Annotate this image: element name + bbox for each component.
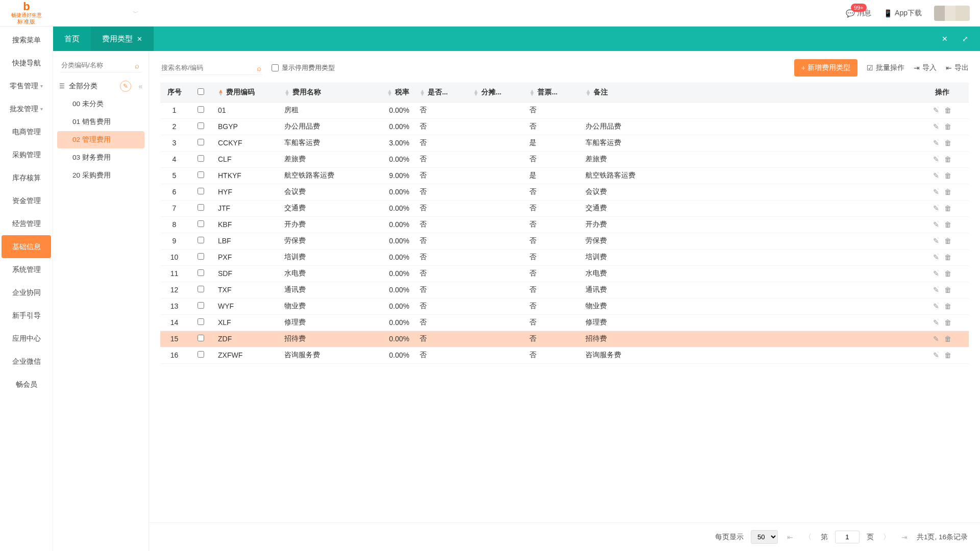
delete-icon[interactable]: 🗑 <box>944 204 951 212</box>
table-row[interactable]: 16ZXFWF咨询服务费0.00%否否咨询服务费✎🗑 <box>160 347 969 363</box>
row-checkbox[interactable] <box>198 269 204 276</box>
category-item-4[interactable]: 20 采购费用 <box>57 167 144 184</box>
row-checkbox[interactable] <box>198 171 204 178</box>
table-row[interactable]: 10PXF培训费0.00%否否培训费✎🗑 <box>160 249 969 265</box>
row-checkbox[interactable] <box>198 335 204 341</box>
table-row[interactable]: 5HTKYF航空铁路客运费9.00%否是航空铁路客运费✎🗑 <box>160 167 969 184</box>
add-expense-type-button[interactable]: + 新增费用类型 <box>794 59 857 77</box>
category-item-0[interactable]: 00 未分类 <box>57 95 144 113</box>
page-input[interactable] <box>835 531 860 543</box>
edit-icon[interactable]: ✎ <box>933 204 939 212</box>
row-checkbox[interactable] <box>198 351 204 358</box>
edit-icon[interactable]: ✎ <box>933 302 939 310</box>
table-row[interactable]: 14XLF修理费0.00%否否修理费✎🗑 <box>160 314 969 331</box>
delete-icon[interactable]: 🗑 <box>944 220 951 229</box>
table-row[interactable]: 9LBF劳保费0.00%否否劳保费✎🗑 <box>160 233 969 249</box>
table-row[interactable]: 15ZDF招待费0.00%否否招待费✎🗑 <box>160 331 969 347</box>
nav-item-7[interactable]: 资金管理 <box>0 189 53 212</box>
edit-icon[interactable]: ✎ <box>933 253 939 261</box>
search-icon[interactable]: ⌕ <box>257 64 261 72</box>
nav-item-1[interactable]: 快捷导航 <box>0 52 53 74</box>
delete-icon[interactable]: 🗑 <box>944 335 951 343</box>
tab-expense-type[interactable]: 费用类型 ✕ <box>91 27 154 51</box>
collapse-panel-icon[interactable]: « <box>138 82 142 90</box>
col-index[interactable]: 序号 <box>160 83 188 102</box>
category-item-3[interactable]: 03 财务费用 <box>57 149 144 166</box>
delete-icon[interactable]: 🗑 <box>944 351 951 359</box>
row-checkbox[interactable] <box>198 139 204 145</box>
per-page-select[interactable]: 50 <box>751 530 778 544</box>
col-name[interactable]: ▲▼费用名称 <box>279 83 366 102</box>
col-bool2[interactable]: ▲▼分摊... <box>468 83 524 102</box>
nav-item-0[interactable]: 搜索菜单 <box>0 29 53 52</box>
delete-icon[interactable]: 🗑 <box>944 139 951 147</box>
delete-icon[interactable]: 🗑 <box>944 253 951 261</box>
table-row[interactable]: 2BGYP办公用品费0.00%否否办公用品费✎🗑 <box>160 118 969 135</box>
edit-icon[interactable]: ✎ <box>933 286 939 294</box>
nav-item-11[interactable]: 企业协同 <box>0 281 53 304</box>
close-icon[interactable]: ✕ <box>137 35 142 43</box>
row-checkbox[interactable] <box>198 286 204 292</box>
delete-icon[interactable]: 🗑 <box>944 318 951 327</box>
delete-icon[interactable]: 🗑 <box>944 188 951 196</box>
row-checkbox[interactable] <box>198 188 204 194</box>
category-all[interactable]: ☰ 全部分类 ✎ « <box>53 78 149 95</box>
edit-icon[interactable]: ✎ <box>933 106 939 114</box>
edit-icon[interactable]: ✎ <box>933 269 939 278</box>
row-checkbox[interactable] <box>198 155 204 162</box>
row-checkbox[interactable] <box>198 122 204 129</box>
show-disabled-checkbox[interactable]: 显示停用费用类型 <box>272 63 335 72</box>
export-button[interactable]: ⇤ 导出 <box>946 63 969 72</box>
table-row[interactable]: 4CLF差旅费0.00%否否差旅费✎🗑 <box>160 151 969 167</box>
first-page-button[interactable]: ⇤ <box>785 533 795 541</box>
table-row[interactable]: 3CCKYF车船客运费3.00%否是车船客运费✎🗑 <box>160 135 969 151</box>
col-check[interactable] <box>188 83 213 102</box>
table-row[interactable]: 8KBF开办费0.00%否否开办费✎🗑 <box>160 216 969 233</box>
next-page-button[interactable]: 〉 <box>881 533 892 542</box>
edit-icon[interactable]: ✎ <box>933 318 939 327</box>
delete-icon[interactable]: 🗑 <box>944 155 951 163</box>
row-checkbox[interactable] <box>198 237 204 243</box>
edit-icon[interactable]: ✎ <box>933 220 939 229</box>
col-code[interactable]: ▲▼费用编码 <box>213 83 279 102</box>
col-bool1[interactable]: ▲▼是否... <box>414 83 468 102</box>
row-checkbox[interactable] <box>198 106 204 113</box>
table-row[interactable]: 12TXF通讯费0.00%否否通讯费✎🗑 <box>160 282 969 298</box>
table-row[interactable]: 101房租0.00%否否✎🗑 <box>160 102 969 118</box>
delete-icon[interactable]: 🗑 <box>944 237 951 245</box>
last-page-button[interactable]: ⇥ <box>899 533 910 541</box>
search-icon[interactable]: ⌕ <box>135 61 139 70</box>
avatar[interactable] <box>934 6 970 21</box>
edit-icon[interactable]: ✎ <box>933 139 939 147</box>
batch-button[interactable]: ☑ 批量操作 <box>867 63 904 72</box>
nav-item-12[interactable]: 新手引导 <box>0 304 53 327</box>
tab-home[interactable]: 首页 <box>53 27 91 51</box>
row-checkbox[interactable] <box>198 204 204 211</box>
table-row[interactable]: 11SDF水电费0.00%否否水电费✎🗑 <box>160 265 969 282</box>
nav-item-4[interactable]: 电商管理 <box>0 120 53 143</box>
nav-item-14[interactable]: 企业微信 <box>0 350 53 373</box>
col-bool3[interactable]: ▲▼普票... <box>524 83 580 102</box>
delete-icon[interactable]: 🗑 <box>944 122 951 131</box>
select-all-checkbox[interactable] <box>198 88 204 95</box>
delete-icon[interactable]: 🗑 <box>944 269 951 278</box>
messages-button[interactable]: 💬 消息 99+ <box>846 9 871 18</box>
edit-icon[interactable]: ✎ <box>933 237 939 245</box>
delete-icon[interactable]: 🗑 <box>944 171 951 180</box>
category-item-2[interactable]: 02 管理费用 <box>57 131 144 148</box>
nav-item-6[interactable]: 库存核算 <box>0 166 53 189</box>
category-edit-button[interactable]: ✎ <box>120 81 131 92</box>
edit-icon[interactable]: ✎ <box>933 351 939 359</box>
edit-icon[interactable]: ✎ <box>933 171 939 180</box>
nav-item-5[interactable]: 采购管理 <box>0 143 53 166</box>
category-item-1[interactable]: 01 销售费用 <box>57 113 144 131</box>
table-row[interactable]: 6HYF会议费0.00%否否会议费✎🗑 <box>160 184 969 200</box>
category-search-input[interactable] <box>60 58 141 72</box>
nav-item-2[interactable]: 零售管理▾ <box>0 74 53 97</box>
edit-icon[interactable]: ✎ <box>933 335 939 343</box>
row-checkbox[interactable] <box>198 253 204 260</box>
prev-page-button[interactable]: 〈 <box>802 533 814 542</box>
company-selector[interactable]: ﹀ <box>61 9 139 17</box>
nav-item-13[interactable]: 应用中心 <box>0 327 53 350</box>
tab-close-all-button[interactable]: ✕ <box>938 32 951 45</box>
